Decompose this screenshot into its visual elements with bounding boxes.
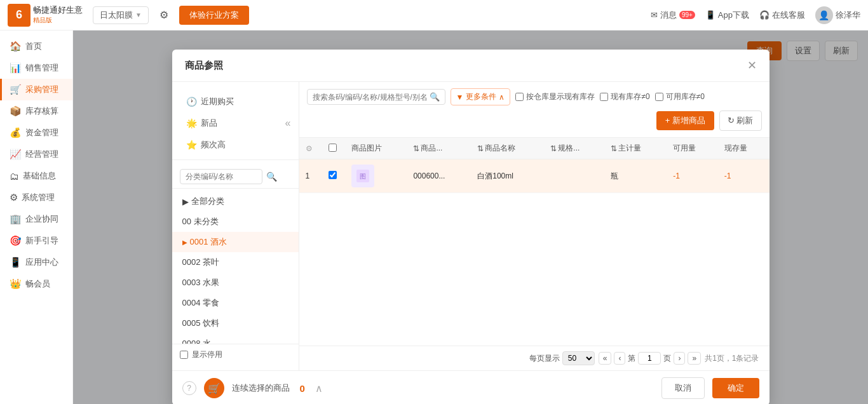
chevron-down-icon: ▼	[135, 11, 142, 18]
product-thumbnail: 图	[351, 165, 374, 187]
cart-icon[interactable]: 🛒	[204, 378, 224, 398]
headset-icon: 🎧	[759, 10, 770, 20]
sidebar-item-sales[interactable]: 📊 销售管理	[0, 57, 72, 79]
th-unit[interactable]: ⇅ 主计量	[604, 138, 667, 159]
th-spec[interactable]: ⇅ 规格...	[544, 138, 604, 159]
refresh-btn[interactable]: ↻ 刷新	[719, 111, 762, 131]
current-stock-nonzero-checkbox[interactable]: 现有库存≠0	[600, 91, 649, 102]
add-product-btn[interactable]: + 新增商品	[656, 111, 714, 130]
store-selector[interactable]: 日太阳膜 ▼	[93, 6, 149, 24]
page-number-input[interactable]	[638, 352, 661, 365]
sidebar-item-apps[interactable]: 📱 应用中心	[0, 252, 72, 273]
product-search-icon[interactable]: 🔍	[430, 92, 440, 102]
confirm-btn[interactable]: 确定	[712, 378, 759, 398]
category-search-icon[interactable]: 🔍	[266, 172, 277, 182]
row-checkbox[interactable]	[329, 171, 337, 179]
experience-btn[interactable]: 体验行业方案	[179, 6, 249, 25]
app-download-btn[interactable]: 📱 App下载	[705, 10, 749, 21]
modal-title: 商品参照	[185, 60, 223, 72]
page-size-select[interactable]: 50 10 20 100	[562, 351, 595, 365]
footer-collapse-icon[interactable]: ∧	[315, 382, 323, 394]
category-all[interactable]: ▶ 全部分类	[172, 191, 299, 212]
category-tea[interactable]: 0002 茶叶	[172, 252, 299, 273]
enterprise-icon: 🏢	[10, 213, 22, 225]
row-checkbox-cell[interactable]	[322, 159, 345, 193]
freq-icon: ⭐	[186, 140, 197, 150]
available-stock-nonzero-checkbox[interactable]: 可用库存≠0	[655, 91, 705, 102]
message-btn[interactable]: ✉ 消息 99+	[651, 10, 695, 21]
th-code[interactable]: ⇅ 商品...	[407, 138, 471, 159]
modal-nav-new[interactable]: 🌟 新品	[180, 114, 240, 133]
current-stock-check[interactable]	[600, 93, 608, 101]
modal-header: 商品参照 ✕	[172, 50, 770, 82]
prev-page-btn[interactable]: ‹	[614, 352, 625, 365]
more-filter-btn[interactable]: ▼ 更多条件 ∧	[451, 88, 511, 105]
logo-icon: 6	[8, 4, 31, 27]
modal-nav-recent[interactable]: 🕐 近期购买	[180, 92, 240, 111]
available-stock-check[interactable]	[655, 93, 663, 101]
nav-right: ✉ 消息 99+ 📱 App下载 🎧 在线客服 👤 徐泽华	[651, 6, 860, 24]
warehouse-check[interactable]	[515, 93, 524, 101]
category-fruit[interactable]: 0003 水果	[172, 273, 299, 293]
sidebar-item-inventory[interactable]: 📦 库存核算	[0, 100, 72, 122]
table-row[interactable]: 1 图	[299, 159, 770, 193]
th-image: 商品图片	[345, 138, 407, 159]
cancel-btn[interactable]: 取消	[661, 377, 705, 399]
system-icon: ⚙	[10, 192, 18, 203]
category-water[interactable]: 0008 水	[172, 333, 299, 344]
main-layout: 🏠 首页 📊 销售管理 🛒 采购管理 📦 库存核算 💰 资金管理 📈 经营管理 …	[0, 30, 868, 404]
modal-close-icon[interactable]: ✕	[747, 58, 757, 72]
row-unit: 瓶	[604, 159, 667, 193]
category-snack[interactable]: 0004 零食	[172, 293, 299, 313]
filter-icon: ▼	[456, 93, 464, 102]
sidebar-item-enterprise[interactable]: 🏢 企业协同	[0, 208, 72, 230]
next-page-btn[interactable]: ›	[674, 352, 685, 365]
modal-nav-frequent[interactable]: ⭐ 频次高	[180, 135, 240, 154]
sort-icon-code: ⇅	[413, 144, 419, 153]
category-uncategorized[interactable]: 00 未分类	[172, 212, 299, 232]
finance-icon: 💰	[10, 127, 22, 138]
sidebar-item-base-info[interactable]: 🗂 基础信息	[0, 165, 72, 187]
filter-chevron-icon: ∧	[499, 93, 505, 102]
sidebar-item-home[interactable]: 🏠 首页	[0, 36, 72, 57]
logo-text: 畅捷通好生意 精品版	[33, 5, 83, 25]
page-suffix: 页	[663, 353, 671, 364]
continuous-select-label: 连续选择的商品	[232, 382, 290, 394]
category-liquor[interactable]: ▶ 0001 酒水	[172, 232, 299, 252]
help-icon[interactable]: ?	[182, 381, 196, 395]
user-menu[interactable]: 👤 徐泽华	[815, 6, 860, 24]
sidebar-item-business[interactable]: 📈 经营管理	[0, 144, 72, 165]
row-code: 000600...	[407, 159, 471, 193]
page-label: 第	[628, 353, 635, 364]
category-list: ▶ 全部分类 00 未分类 ▶ 0001 酒水	[172, 189, 299, 344]
column-settings-icon[interactable]: ⚙	[306, 144, 313, 153]
online-service-btn[interactable]: 🎧 在线客服	[759, 10, 805, 21]
show-by-warehouse-checkbox[interactable]: 按仓库显示现有库存	[515, 91, 595, 102]
category-search-input[interactable]	[180, 169, 262, 184]
show-disabled-checkbox[interactable]: 显示停用	[180, 349, 291, 360]
clock-icon: 🕐	[186, 97, 197, 107]
sidebar-collapse-icon[interactable]: «	[285, 118, 291, 129]
home-icon: 🏠	[10, 41, 22, 52]
show-disabled-check[interactable]	[180, 351, 188, 359]
sidebar-item-guide[interactable]: 🎯 新手引导	[0, 230, 72, 252]
modal-overlay: 商品参照 ✕ 🕐 近期购买	[73, 30, 868, 404]
last-page-btn[interactable]: »	[688, 352, 701, 365]
modal-toolbar: 🔍 ▼ 更多条件 ∧ 按仓库显示现有库存	[299, 82, 770, 138]
sidebar: 🏠 首页 📊 销售管理 🛒 采购管理 📦 库存核算 💰 资金管理 📈 经营管理 …	[0, 30, 73, 404]
sidebar-item-member[interactable]: 👑 畅会员	[0, 273, 72, 295]
sidebar-item-finance[interactable]: 💰 资金管理	[0, 122, 72, 144]
th-stock[interactable]: 现存量	[718, 138, 770, 159]
select-all-checkbox[interactable]	[329, 144, 337, 152]
product-search-input[interactable]	[313, 93, 427, 102]
category-beverage[interactable]: 0005 饮料	[172, 313, 299, 333]
sidebar-item-purchase[interactable]: 🛒 采购管理	[0, 79, 72, 100]
row-name: 白酒100ml	[471, 159, 544, 193]
gear-button[interactable]: ⚙	[154, 5, 174, 25]
th-available[interactable]: 可用量	[667, 138, 718, 159]
row-index: 1	[299, 159, 322, 193]
sidebar-item-system[interactable]: ⚙ 系统管理	[0, 187, 72, 208]
first-page-btn[interactable]: «	[599, 352, 612, 365]
modal-sidebar-footer: 显示停用	[172, 344, 299, 365]
th-name[interactable]: ⇅ 商品名称	[471, 138, 544, 159]
